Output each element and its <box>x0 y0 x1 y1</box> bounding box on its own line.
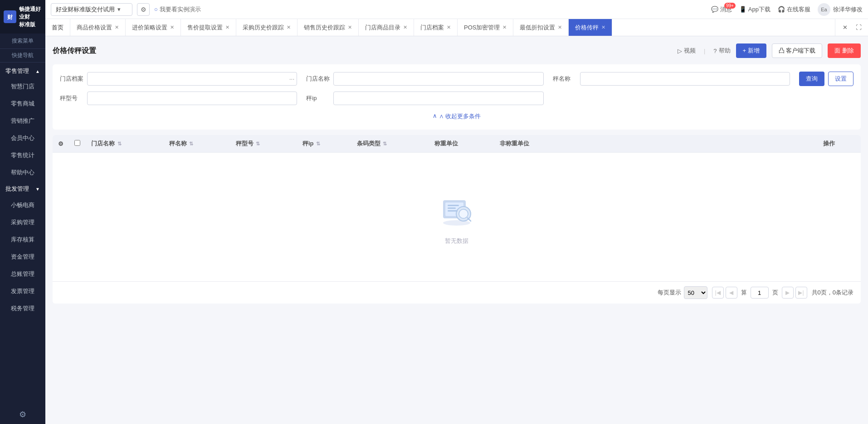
online-service-label: 在线客服 <box>787 5 810 14</box>
store-name-input[interactable] <box>333 72 543 86</box>
tab-store-catalog-label: 门店商品目录 <box>365 24 400 32</box>
sidebar-item-member[interactable]: 会员中心 <box>0 130 45 147</box>
th-barcode-type: 条码类型 ⇅ <box>351 135 429 153</box>
select-all-checkbox[interactable] <box>74 140 80 146</box>
tab-goods-price-close[interactable]: ✕ <box>115 24 119 30</box>
tab-purchase-history-close[interactable]: ✕ <box>287 24 291 30</box>
message-badge: 99+ <box>724 3 736 9</box>
tab-purchase-history[interactable]: 采购历史价跟踪 ✕ <box>236 19 297 36</box>
tab-min-discount[interactable]: 最低折扣设置 ✕ <box>513 19 569 36</box>
sidebar-item-tax[interactable]: 税务管理 <box>0 300 45 317</box>
user-name: 徐泽华修改 <box>833 5 863 14</box>
scale-name-input[interactable] <box>580 72 790 86</box>
retail-expand-icon: ▲ <box>35 69 40 74</box>
tab-min-discount-close[interactable]: ✕ <box>558 24 562 30</box>
table-head: ⚙ 门店名称 ⇅ 秤名称 ⇅ <box>53 135 861 153</box>
tab-store-catalog[interactable]: 门店商品目录 ✕ <box>359 19 414 36</box>
topbar-settings-button[interactable]: ⚙ <box>137 3 150 16</box>
sidebar-item-help[interactable]: 帮助中心 <box>0 164 45 181</box>
tab-home[interactable]: 首页 <box>45 19 70 36</box>
user-initial: Ea <box>821 7 827 12</box>
app-download-button[interactable]: 📱 App下载 <box>739 5 770 14</box>
tab-sale-history[interactable]: 销售历史价跟踪 ✕ <box>297 19 359 36</box>
tab-price-scale[interactable]: 价格传秤 ✕ <box>569 19 612 36</box>
online-service-button[interactable]: 🎧 在线客服 <box>778 5 810 14</box>
sidebar-item-smart-store[interactable]: 智慧门店 <box>0 78 45 95</box>
prev-page-button[interactable]: ◀ <box>726 287 737 299</box>
tab-purchase-strategy[interactable]: 进价策略设置 ✕ <box>126 19 181 36</box>
th-settings[interactable]: ⚙ <box>53 135 69 153</box>
collapse-bar[interactable]: ∧ ∧ 收起更多条件 <box>60 111 853 122</box>
scale-model-input[interactable] <box>87 92 297 105</box>
sidebar-bottom-settings[interactable]: ⚙ <box>0 405 45 424</box>
logo-icon: 财 <box>4 10 16 23</box>
page-input[interactable] <box>751 287 769 299</box>
form-action-buttons: 查询 设置 <box>799 72 853 86</box>
last-page-button[interactable]: ▶| <box>795 287 807 299</box>
tab-sale-price-close[interactable]: ✕ <box>225 24 229 30</box>
sort-scale-ip-icon[interactable]: ⇅ <box>316 141 320 146</box>
sidebar-item-general-ledger[interactable]: 总账管理 <box>0 265 45 283</box>
version-selector[interactable]: 好业财标准版交付试用 ▾ <box>51 3 132 16</box>
scale-ip-input[interactable] <box>333 92 543 105</box>
sort-scale-model-icon[interactable]: ⇅ <box>256 141 260 146</box>
sidebar-item-marketing[interactable]: 营销推广 <box>0 112 45 130</box>
sidebar-item-retail-stats[interactable]: 零售统计 <box>0 147 45 164</box>
th-action: 操作 <box>818 135 861 153</box>
per-page-select[interactable]: 10 20 50 100 <box>684 286 707 299</box>
sidebar-retail-section[interactable]: 零售管理 ▲ <box>0 63 45 78</box>
sidebar-quick-nav[interactable]: 快捷导航 <box>0 49 45 63</box>
sidebar-item-invoice[interactable]: 发票管理 <box>0 283 45 300</box>
tab-purchase-strategy-close[interactable]: ✕ <box>170 24 174 30</box>
first-page-button[interactable]: |◀ <box>712 287 724 299</box>
tab-sale-price[interactable]: 售价提取设置 ✕ <box>181 19 236 36</box>
sidebar-item-xiaochu[interactable]: 小畅电商 <box>0 197 45 214</box>
add-button[interactable]: + 新增 <box>736 43 766 58</box>
help-icon: ? <box>713 48 717 54</box>
sidebar-item-inventory[interactable]: 库存核算 <box>0 231 45 248</box>
sidebar-wholesale-section[interactable]: 批发管理 ▼ <box>0 181 45 197</box>
th-checkbox[interactable] <box>69 135 86 153</box>
topbar-right: 💬 消息 99+ 📱 App下载 🎧 在线客服 Ea 徐泽华修改 <box>711 3 863 16</box>
tab-maximize-button[interactable]: ⛶ <box>853 23 863 33</box>
th-store-name: 门店名称 ⇅ <box>86 135 164 153</box>
help-label: 帮助 <box>719 47 731 55</box>
video-link[interactable]: ▷ 视频 <box>678 47 696 55</box>
sidebar-item-retail-mall[interactable]: 零售商城 <box>0 95 45 112</box>
tab-price-scale-close[interactable]: ✕ <box>601 24 605 30</box>
store-archive-label: 门店档案 <box>60 75 83 83</box>
sidebar-item-finance[interactable]: 资金管理 <box>0 248 45 265</box>
tab-store-archive-close[interactable]: ✕ <box>447 24 451 30</box>
sort-barcode-type-icon[interactable]: ⇅ <box>383 141 387 146</box>
download-client-button[interactable]: 凸 客户端下载 <box>772 43 823 58</box>
message-button[interactable]: 💬 消息 99+ <box>711 5 732 14</box>
sidebar-item-purchase[interactable]: 采购管理 <box>0 214 45 231</box>
tab-close-button[interactable]: ✕ <box>840 23 850 33</box>
help-link[interactable]: ? 帮助 <box>713 47 730 55</box>
sort-scale-name-icon[interactable]: ⇅ <box>189 141 193 146</box>
empty-text: 暂无数据 <box>445 237 468 245</box>
query-button[interactable]: 查询 <box>799 72 824 86</box>
tab-store-archive[interactable]: 门店档案 ✕ <box>414 19 458 36</box>
form-item-scale-name: 秤名称 <box>553 72 790 86</box>
tab-pos-manage-label: POS加密管理 <box>464 24 500 32</box>
settings-form-button[interactable]: 设置 <box>828 72 853 86</box>
store-archive-icon-btn[interactable]: ··· <box>289 75 295 82</box>
delete-button[interactable]: 面 删除 <box>828 43 861 58</box>
sidebar-search-menu[interactable]: 搜索菜单 <box>0 34 45 49</box>
tab-goods-price[interactable]: 商品价格设置 ✕ <box>70 19 126 36</box>
th-scale-model: 秤型号 ⇅ <box>230 135 297 153</box>
logo-text: 畅捷通好业财 标准版 <box>19 5 42 28</box>
tab-pos-manage-close[interactable]: ✕ <box>502 24 507 30</box>
tab-sale-history-close[interactable]: ✕ <box>348 24 352 30</box>
store-archive-input[interactable] <box>87 72 297 86</box>
form-item-store-name: 门店名称 <box>306 72 543 86</box>
empty-state: 暂无数据 <box>53 153 861 281</box>
demo-button[interactable]: ○ 我要看实例演示 <box>154 5 201 14</box>
user-menu-button[interactable]: Ea 徐泽华修改 <box>818 3 863 16</box>
tab-store-catalog-close[interactable]: ✕ <box>403 24 407 30</box>
next-page-button[interactable]: ▶ <box>782 287 794 299</box>
app-download-label: App下载 <box>748 5 770 14</box>
sort-store-name-icon[interactable]: ⇅ <box>117 141 122 146</box>
tab-pos-manage[interactable]: POS加密管理 ✕ <box>458 19 513 36</box>
